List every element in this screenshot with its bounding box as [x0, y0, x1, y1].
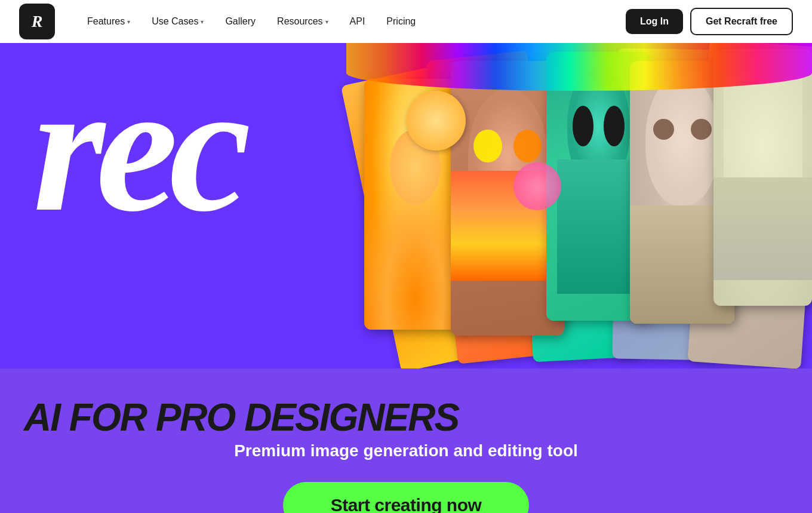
- hero-top: rec: [0, 43, 812, 368]
- nav-use-cases[interactable]: Use Cases ▾: [143, 11, 212, 32]
- chevron-down-icon: ▾: [325, 19, 328, 25]
- nav-pricing[interactable]: Pricing: [378, 11, 424, 32]
- rainbow-bar: [346, 43, 812, 91]
- hero-subheadline: Premium image generation and editing too…: [0, 441, 812, 460]
- cta-button[interactable]: Start creating now: [283, 482, 530, 513]
- nav-api-label: API: [350, 16, 365, 27]
- headline-container: AI FOR PRO DESIGNERS: [0, 398, 812, 437]
- nav-resources-label: Resources: [277, 16, 322, 27]
- hero-recraft-display: rec: [33, 64, 242, 231]
- hero-bottom: AI FOR PRO DESIGNERS Premium image gener…: [0, 368, 812, 513]
- portrait-5: [713, 49, 812, 306]
- nav-api[interactable]: API: [342, 11, 374, 32]
- nav-links: Features ▾ Use Cases ▾ Gallery Resources…: [79, 11, 626, 32]
- chevron-down-icon: ▾: [127, 19, 130, 25]
- nav-gallery[interactable]: Gallery: [217, 11, 264, 32]
- nav-use-cases-label: Use Cases: [152, 16, 198, 27]
- nav-gallery-label: Gallery: [225, 16, 256, 27]
- logo-letter: R: [32, 12, 43, 31]
- hero-big-text: rec: [33, 64, 242, 231]
- get-recraft-free-button[interactable]: Get Recraft free: [690, 8, 793, 35]
- nav-pricing-label: Pricing: [386, 16, 416, 27]
- logo[interactable]: R: [19, 4, 55, 39]
- sphere-1: [406, 91, 466, 150]
- login-button[interactable]: Log In: [626, 9, 683, 34]
- chevron-down-icon: ▾: [201, 19, 204, 25]
- navbar: R Features ▾ Use Cases ▾ Gallery Resourc…: [0, 0, 812, 43]
- nav-features[interactable]: Features ▾: [79, 11, 139, 32]
- nav-resources[interactable]: Resources ▾: [269, 11, 336, 32]
- nav-features-label: Features: [87, 16, 125, 27]
- sphere-2: [513, 162, 561, 210]
- nav-actions: Log In Get Recraft free: [626, 8, 793, 35]
- hero-headline: AI FOR PRO DESIGNERS: [24, 398, 788, 437]
- hero-collage: [346, 43, 812, 368]
